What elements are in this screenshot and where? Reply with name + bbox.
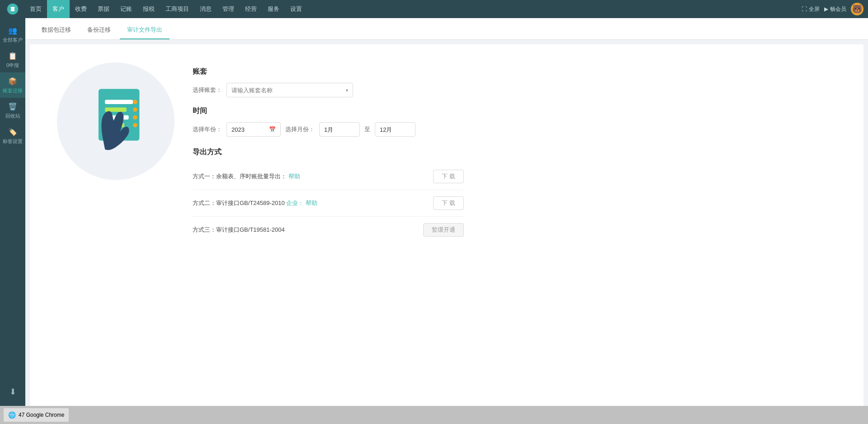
sidebar-item-zero-declare[interactable]: 📋 0申报	[0, 47, 25, 72]
nav-bookkeeping[interactable]: 记账	[115, 0, 137, 18]
export-method-3: 方式三：审计接口GB/T19581-2004 暂缓开通	[193, 217, 464, 243]
export-method-2-company[interactable]: 企业：	[286, 200, 304, 206]
year-value-input[interactable]	[231, 126, 259, 133]
taskbar-chrome[interactable]: 🌐 47 Google Chrome	[4, 408, 69, 422]
main-layout: 👥 全部客户 📋 0申报 📦 账套迁移 🗑️ 回收站 🏷️ 标签设置 ⬇ ❓ 数…	[0, 18, 868, 424]
calendar-icon: 📅	[269, 126, 276, 133]
nav-billing[interactable]: 收费	[70, 0, 92, 18]
user-avatar[interactable]: 🐻	[851, 3, 863, 15]
recycle-icon: 🗑️	[8, 101, 18, 111]
month-end-dropdown[interactable]: 1月2月3月4月 5月6月7月8月 9月10月11月12月	[380, 126, 410, 133]
svg-point-7	[133, 108, 137, 112]
tab-audit-export[interactable]: 审计文件导出	[120, 21, 170, 39]
svg-point-6	[133, 100, 137, 104]
export-method-2: 方式二：审计接口GB/T24589-2010 企业： 帮助 下 载	[193, 190, 464, 217]
svg-point-8	[133, 115, 137, 120]
nav-manage[interactable]: 管理	[217, 0, 240, 18]
tag-settings-icon: 🏷️	[8, 127, 18, 137]
vip-button[interactable]: ▶ 畅会员	[824, 5, 846, 13]
account-name-input[interactable]	[231, 87, 346, 94]
nav-home[interactable]: 首页	[24, 0, 47, 18]
tabs-bar: 数据包迁移 备份迁移 审计文件导出	[25, 18, 868, 40]
export-method-3-label: 方式三：审计接口GB/T19581-2004	[193, 226, 285, 234]
sidebar-item-recycle[interactable]: 🗑️ 回收站	[0, 98, 25, 123]
nav-customer[interactable]: 客户	[47, 0, 70, 18]
month-start-dropdown[interactable]: 1月2月3月4月 5月6月7月8月 9月10月11月12月	[324, 126, 355, 133]
year-label: 选择年份：	[193, 125, 222, 133]
illustration	[57, 62, 175, 180]
export-method-1-help[interactable]: 帮助	[288, 173, 300, 180]
export-method-2-help[interactable]: 帮助	[306, 200, 317, 206]
account-select-row: 选择账套： ▾	[193, 83, 464, 97]
time-section-title: 时间	[193, 106, 464, 116]
svg-rect-2	[105, 100, 133, 104]
month-end-select[interactable]: 1月2月3月4月 5月6月7月8月 9月10月11月12月	[375, 122, 415, 137]
sidebar-item-tag-settings[interactable]: 🏷️ 标签设置	[0, 123, 25, 148]
nav-settings[interactable]: 设置	[285, 0, 307, 18]
month-label: 选择月份：	[285, 125, 315, 133]
account-section-title: 账套	[193, 67, 464, 76]
chrome-icon: 🌐	[8, 411, 16, 419]
export-section: 导出方式 方式一：余额表、序时账批量导出： 帮助 下 载	[193, 148, 464, 243]
nav-items: 首页 客户 收费 票据 记账 报税 工商项目 消息 管理 经营 服务 设置	[24, 0, 802, 18]
zero-declare-icon: 📋	[8, 51, 18, 61]
account-select-label: 选择账套：	[193, 86, 222, 94]
export-method-1: 方式一：余额表、序时账批量导出： 帮助 下 载	[193, 163, 464, 190]
nav-tax[interactable]: 报税	[137, 0, 160, 18]
account-chevron-icon: ▾	[346, 88, 348, 93]
year-input[interactable]: 📅	[226, 122, 281, 137]
form-section: 账套 选择账套： ▾ 时间 选择年份： 📅	[39, 53, 854, 252]
nav-right-actions: ⛶ 全屏 ▶ 畅会员 🐻	[802, 3, 863, 15]
content-area: 数据包迁移 备份迁移 审计文件导出	[25, 18, 868, 424]
export-method-2-button[interactable]: 下 载	[433, 196, 464, 210]
export-method-2-label: 方式二：审计接口GB/T24589-2010 企业： 帮助	[193, 199, 317, 207]
nav-invoice[interactable]: 票据	[92, 0, 115, 18]
account-input[interactable]: ▾	[226, 83, 353, 97]
sidebar-download-icon[interactable]: ⬇	[0, 383, 25, 400]
app-logo[interactable]	[5, 1, 21, 17]
all-customers-icon: 👥	[8, 25, 18, 35]
page-content: 账套 选择账套： ▾ 时间 选择年份： 📅	[30, 44, 863, 419]
chrome-label: 47 Google Chrome	[19, 412, 64, 418]
nav-message[interactable]: 消息	[194, 0, 217, 18]
svg-rect-3	[105, 108, 127, 112]
sidebar-item-account-migration[interactable]: 📦 账套迁移	[0, 72, 25, 98]
sidebar: 👥 全部客户 📋 0申报 📦 账套迁移 🗑️ 回收站 🏷️ 标签设置 ⬇ ❓	[0, 18, 25, 424]
sidebar-item-all-customers[interactable]: 👥 全部客户	[0, 22, 25, 47]
tab-backup-migration[interactable]: 备份迁移	[80, 21, 118, 39]
time-row: 选择年份： 📅 选择月份： 1月2月3月4月 5月6月7月8月 9月10月11月…	[193, 122, 464, 137]
taskbar: 🌐 47 Google Chrome	[0, 406, 868, 424]
nav-business[interactable]: 工商项目	[160, 0, 194, 18]
svg-point-9	[133, 123, 137, 128]
export-method-3-button[interactable]: 暂缓开通	[423, 223, 464, 237]
to-separator: 至	[364, 125, 370, 133]
account-migration-icon: 📦	[8, 76, 18, 86]
nav-service[interactable]: 服务	[262, 0, 285, 18]
top-navigation: 首页 客户 收费 票据 记账 报税 工商项目 消息 管理 经营 服务 设置 ⛶ …	[0, 0, 868, 18]
nav-operation[interactable]: 经营	[240, 0, 262, 18]
tab-data-migration[interactable]: 数据包迁移	[34, 21, 78, 39]
form-panel: 账套 选择账套： ▾ 时间 选择年份： 📅	[193, 62, 464, 243]
month-start-select[interactable]: 1月2月3月4月 5月6月7月8月 9月10月11月12月	[319, 122, 360, 137]
export-section-title: 导出方式	[193, 148, 464, 157]
export-method-1-button[interactable]: 下 载	[433, 170, 464, 183]
export-method-1-label: 方式一：余额表、序时账批量导出： 帮助	[193, 172, 300, 181]
fullscreen-button[interactable]: ⛶ 全屏	[802, 5, 820, 13]
